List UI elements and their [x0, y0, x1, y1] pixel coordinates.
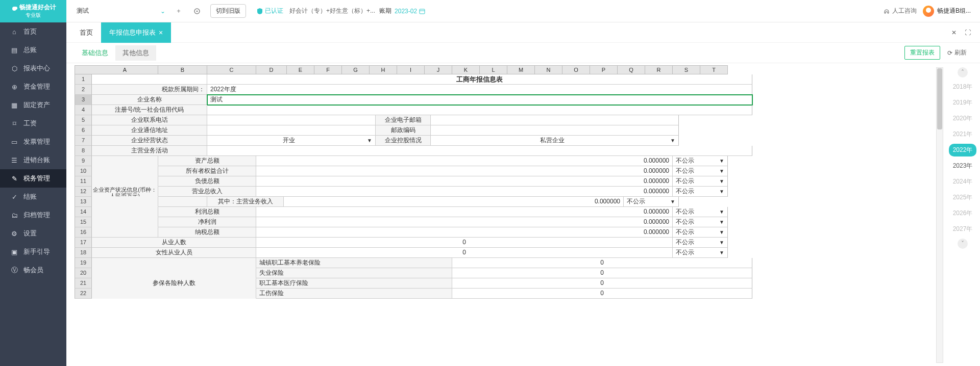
col-header-P[interactable]: P	[590, 65, 618, 74]
subtab-basic-info[interactable]: 基础信息	[75, 45, 115, 61]
sidebar-item-2[interactable]: ⬡报表中心	[0, 59, 66, 77]
col-header-L[interactable]: L	[480, 65, 507, 74]
tab-annual-report[interactable]: 年报信息申报表 ×	[101, 22, 171, 43]
equity-value[interactable]: 0.000000	[256, 166, 673, 176]
switch-old-button[interactable]: 切到旧版	[210, 4, 246, 18]
year-2022年[interactable]: 2022年	[949, 144, 977, 156]
biz-status-select[interactable]: 开业▼	[207, 136, 376, 146]
net-profit-value[interactable]: 0.000000	[256, 217, 673, 227]
close-icon[interactable]: ×	[159, 29, 163, 37]
reg-number-input[interactable]	[207, 105, 752, 115]
support-button[interactable]: 人工咨询	[883, 7, 917, 15]
sidebar-item-4[interactable]: ▦固定资产	[0, 96, 66, 114]
sidebar-item-13[interactable]: Ⓥ畅会员	[0, 261, 66, 279]
year-2020年[interactable]: 2020年	[949, 112, 977, 125]
sidebar-item-5[interactable]: ⌑工资	[0, 114, 66, 133]
postcode-input[interactable]	[431, 125, 679, 136]
col-header-E[interactable]: E	[287, 65, 314, 74]
year-2024年[interactable]: 2024年	[949, 175, 977, 188]
medical-value[interactable]: 0	[452, 278, 752, 289]
company-selector[interactable]: 测试 ⌄	[72, 4, 169, 18]
female-employees-pub[interactable]: 不公示▼	[673, 248, 728, 258]
refresh-button[interactable]: ⟳ 刷新	[947, 48, 967, 57]
revenue-value[interactable]: 0.000000	[256, 187, 673, 197]
email-input[interactable]	[431, 115, 679, 125]
employees-value[interactable]: 0	[256, 238, 673, 248]
year-2025年[interactable]: 2025年	[949, 191, 977, 204]
tab-home[interactable]: 首页	[71, 22, 101, 43]
col-header-G[interactable]: G	[342, 65, 370, 74]
fullscreen-icon[interactable]: ⛶	[965, 29, 971, 36]
year-2023年[interactable]: 2023年	[949, 160, 977, 172]
user-menu[interactable]: 畅捷通B组...	[923, 6, 971, 17]
col-header-K[interactable]: K	[452, 65, 480, 74]
reset-report-button[interactable]: 重置报表	[904, 46, 940, 60]
sidebar-item-8[interactable]: ✎税务管理	[0, 169, 66, 188]
period-selector[interactable]: 2023-02	[395, 8, 426, 15]
pension-value[interactable]: 0	[452, 258, 752, 268]
col-header-S[interactable]: S	[673, 65, 700, 74]
equity-pub[interactable]: 不公示▼	[673, 166, 728, 176]
employees-pub[interactable]: 不公示▼	[673, 238, 728, 248]
year-next-button[interactable]: ˅	[958, 239, 968, 249]
injury-value[interactable]: 0	[452, 289, 752, 299]
sidebar-item-7[interactable]: ☰进销台账	[0, 151, 66, 169]
col-header-J[interactable]: J	[425, 65, 452, 74]
profit-pub[interactable]: 不公示▼	[673, 207, 728, 217]
total-assets-value[interactable]: 0.000000	[256, 156, 673, 166]
sidebar-item-11[interactable]: ⚙设置	[0, 224, 66, 243]
sidebar-item-1[interactable]: ▤总账	[0, 41, 66, 59]
gear-icon[interactable]	[190, 4, 204, 18]
vertical-scrollbar[interactable]	[936, 67, 943, 363]
sidebar-item-10[interactable]: 🗂归档管理	[0, 206, 66, 224]
col-header-R[interactable]: R	[645, 65, 673, 74]
female-employees-value[interactable]: 0	[256, 248, 673, 258]
cell-blank[interactable]	[92, 74, 207, 85]
col-header-N[interactable]: N	[535, 65, 562, 74]
sidebar-item-9[interactable]: ✓结账	[0, 188, 66, 206]
add-button[interactable]: ＋	[172, 4, 186, 18]
subtab-other-info[interactable]: 其他信息	[115, 45, 156, 61]
holding-select[interactable]: 私营企业▼	[431, 136, 679, 146]
sidebar-item-0[interactable]: ⌂首页	[0, 22, 66, 41]
tax-period-value[interactable]: 2022年度	[207, 85, 752, 95]
sidebar-item-3[interactable]: ⊕资金管理	[0, 77, 66, 96]
phone-input[interactable]	[207, 115, 376, 125]
liabilities-pub[interactable]: 不公示▼	[673, 176, 728, 187]
scroll-thumb[interactable]	[937, 68, 942, 129]
close-all-icon[interactable]: ✕	[951, 29, 957, 36]
main-biz-input[interactable]	[207, 146, 752, 156]
year-2018年[interactable]: 2018年	[949, 81, 977, 93]
col-header-I[interactable]: I	[397, 65, 425, 74]
unemployment-value[interactable]: 0	[452, 268, 752, 278]
col-header-B[interactable]: B	[158, 65, 207, 74]
col-header-C[interactable]: C	[207, 65, 256, 74]
col-header-D[interactable]: D	[256, 65, 287, 74]
spreadsheet[interactable]: ABCDEFGHIJKLMNOPQRST 1 工商年报信息表 2 税款所属期间：…	[66, 63, 980, 366]
col-header-T[interactable]: T	[700, 65, 728, 74]
revenue-pub[interactable]: 不公示▼	[673, 187, 728, 197]
year-2026年[interactable]: 2026年	[949, 207, 977, 220]
company-name-input[interactable]: 测试	[207, 95, 752, 105]
year-2027年[interactable]: 2027年	[949, 223, 977, 236]
year-prev-button[interactable]: ˄	[958, 67, 968, 77]
main-revenue-value[interactable]: 0.000000	[284, 197, 624, 207]
sheet-title[interactable]: 工商年报信息表	[207, 74, 752, 85]
tax-value[interactable]: 0.000000	[256, 227, 673, 238]
sidebar-item-12[interactable]: ▣新手引导	[0, 243, 66, 261]
col-header-M[interactable]: M	[507, 65, 535, 74]
col-header-O[interactable]: O	[562, 65, 590, 74]
year-2019年[interactable]: 2019年	[949, 96, 977, 109]
col-header-Q[interactable]: Q	[618, 65, 645, 74]
liabilities-value[interactable]: 0.000000	[256, 176, 673, 187]
total-assets-pub[interactable]: 不公示▼	[673, 156, 728, 166]
tax-pub[interactable]: 不公示▼	[673, 227, 728, 238]
col-header-H[interactable]: H	[370, 65, 397, 74]
net-profit-pub[interactable]: 不公示▼	[673, 217, 728, 227]
col-header-F[interactable]: F	[314, 65, 342, 74]
col-header-A[interactable]: A	[92, 65, 158, 74]
address-input[interactable]	[207, 125, 376, 136]
year-2021年[interactable]: 2021年	[949, 128, 977, 141]
profit-value[interactable]: 0.000000	[256, 207, 673, 217]
main-revenue-pub[interactable]: 不公示▼	[624, 197, 679, 207]
